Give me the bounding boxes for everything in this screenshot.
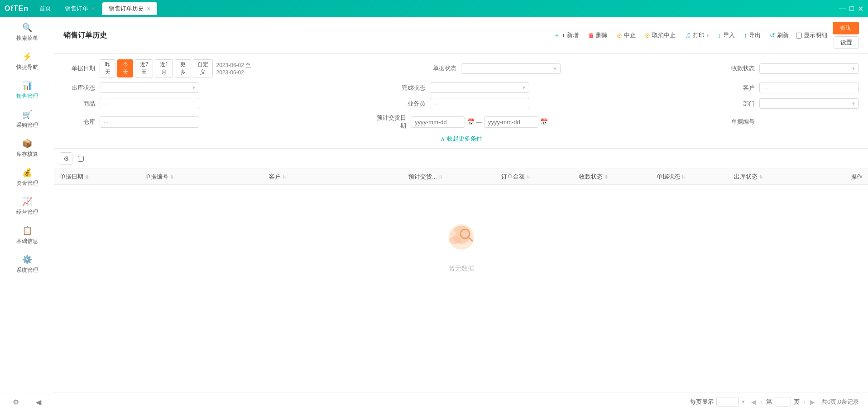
page-next-btn[interactable]: › (802, 398, 806, 406)
sidebar-item-inventory-check[interactable]: 📦 库存核算 (0, 133, 54, 162)
sidebar-item-fund-mgmt[interactable]: 💰 资金管理 (0, 162, 54, 191)
refresh-button[interactable]: ↺ 刷新 (768, 30, 791, 40)
pay-status-select[interactable] (759, 63, 859, 74)
new-button[interactable]: ＋ + 新增 (552, 30, 580, 40)
basic-info-icon: 📋 (22, 226, 32, 236)
sidebar-settings-icon[interactable]: ⚙ (13, 398, 19, 406)
new-label: + 新增 (562, 31, 579, 39)
date-btn-more[interactable]: 更多 (175, 59, 191, 77)
calendar-icon-to[interactable]: 📅 (540, 118, 548, 126)
data-table: 单据日期 单据编号 客户 (54, 169, 868, 185)
tab-sales-order-history-close[interactable]: ✕ (147, 6, 151, 12)
tab-home[interactable]: 首页 (33, 2, 58, 15)
show-details-input[interactable] (796, 33, 802, 39)
col-header-delivery[interactable]: 预计交货... (403, 169, 496, 185)
tab-sales-order[interactable]: 销售订单 ✕ (58, 2, 101, 15)
show-details-checkbox[interactable]: 显示明细 (796, 31, 827, 39)
delete-button[interactable]: 🗑 删除 (586, 30, 609, 40)
date-btn-yesterday[interactable]: 昨天 (100, 59, 115, 77)
col-header-order-status[interactable]: 单据状态 (651, 169, 729, 185)
product-input[interactable]: ··· (100, 98, 199, 109)
date-btn-today[interactable]: 今天 (117, 59, 133, 77)
page-nav: ◀ ‹ 第 1 页 › ▶ (750, 397, 816, 406)
col-date-sort[interactable] (85, 173, 89, 180)
tab-sales-order-history[interactable]: 销售订单历史 ✕ (102, 2, 157, 15)
sidebar-item-system-mgmt[interactable]: ⚙️ 系统管理 (0, 249, 54, 278)
svg-point-4 (449, 237, 461, 244)
page-last-btn[interactable]: ▶ (809, 398, 816, 406)
total-records: 共0页,0条记录 (821, 398, 859, 406)
sidebar: 🔍 搜索菜单 ⚡ 快捷导航 📊 销售管理 🛒 采购管理 📦 库存核算 💰 资金管… (0, 17, 54, 411)
pay-status-arrow (852, 66, 855, 72)
top-tabs: 首页 销售订单 ✕ 销售订单历史 ✕ (33, 2, 839, 15)
sidebar-item-sales-mgmt[interactable]: 📊 销售管理 (0, 75, 54, 104)
col-order-status-sort[interactable] (681, 173, 685, 180)
col-out-status-sort[interactable] (759, 173, 763, 180)
order-status-select[interactable] (461, 63, 561, 74)
delivery-date-to[interactable] (484, 116, 538, 128)
col-customer-sort[interactable] (283, 173, 286, 180)
col-amount-sort[interactable] (527, 173, 530, 180)
main-layout: 🔍 搜索菜单 ⚡ 快捷导航 📊 销售管理 🛒 采购管理 📦 库存核算 💰 资金管… (0, 17, 868, 411)
export-button[interactable]: ↑ 导出 (742, 30, 762, 40)
date-btn-custom[interactable]: 自定义 (193, 59, 213, 77)
sidebar-collapse-icon[interactable]: ◀ (36, 398, 41, 406)
customer-label: 客户 (723, 84, 759, 92)
cancel-stop-button[interactable]: ⊘ 取消中止 (643, 30, 677, 40)
complete-status-select[interactable] (430, 82, 529, 93)
customer-input[interactable]: ··· (759, 82, 859, 93)
print-button[interactable]: 🖨 打印 ▾ (683, 30, 711, 40)
col-header-out-status[interactable]: 出库状态 (729, 169, 806, 185)
sidebar-item-quick-nav[interactable]: ⚡ 快捷导航 (0, 46, 54, 75)
col-header-customer[interactable]: 客户 (264, 169, 403, 185)
collapse-link[interactable]: ∧ 收起更多条件 (441, 135, 482, 143)
cancel-stop-icon: ⊘ (645, 32, 650, 39)
sidebar-item-purchase-mgmt[interactable]: 🛒 采购管理 (0, 104, 54, 133)
col-header-num[interactable]: 单据编号 (139, 169, 264, 185)
window-close[interactable]: ✕ (858, 5, 863, 13)
system-mgmt-icon: ⚙️ (22, 255, 32, 265)
col-pay-status-sort[interactable] (604, 173, 608, 180)
salesperson-input[interactable]: ··· (430, 98, 529, 109)
per-page-input[interactable]: 50 (716, 397, 739, 406)
dept-select[interactable] (759, 98, 859, 109)
col-header-date[interactable]: 单据日期 (54, 169, 139, 185)
date-separator: — (476, 119, 482, 126)
stop-button[interactable]: ⊘ 中止 (615, 30, 638, 40)
col-header-amount[interactable]: 订单金额 (496, 169, 573, 185)
collapse-row: ∧ 收起更多条件 (63, 135, 859, 143)
date-btn-1month[interactable]: 近1月 (155, 59, 173, 77)
product-label: 商品 (63, 100, 100, 108)
import-button[interactable]: ↓ 导入 (716, 30, 737, 40)
pay-status-label: 收款状态 (723, 64, 759, 73)
per-page-arrow[interactable]: ▾ (742, 398, 745, 405)
tab-sales-order-close[interactable]: ✕ (91, 6, 95, 12)
col-num-sort[interactable] (170, 173, 174, 180)
page-first-btn[interactable]: ◀ (750, 398, 757, 406)
col-header-pay-status[interactable]: 收款状态 (574, 169, 651, 185)
show-details-text: 显示明细 (804, 31, 827, 39)
collapse-up-icon: ∧ (441, 135, 445, 142)
window-maximize[interactable]: □ (849, 5, 854, 13)
date-btns-group: 昨天 今天 近7天 近1月 更多 自定义 2023-06-02 至 2023-0… (100, 59, 262, 77)
query-button[interactable]: 查询 (833, 22, 859, 34)
delivery-date-label: 预计交货日期 (374, 114, 411, 130)
sidebar-item-basic-info[interactable]: 📋 基础信息 (0, 220, 54, 249)
import-icon: ↓ (718, 32, 721, 39)
col-delivery-sort[interactable] (439, 173, 442, 180)
date-btn-7days[interactable]: 近7天 (135, 59, 153, 77)
sidebar-item-operation-mgmt[interactable]: 📈 经营管理 (0, 191, 54, 220)
salesperson-label: 业务员 (393, 100, 430, 108)
stop-label: 中止 (624, 31, 636, 39)
page-prev-btn[interactable]: ‹ (760, 398, 764, 406)
out-status-select[interactable] (100, 82, 199, 93)
page-input[interactable]: 1 (775, 397, 791, 406)
select-all-checkbox[interactable] (78, 156, 84, 162)
calendar-icon-from[interactable]: 📅 (467, 118, 475, 126)
sidebar-item-search-menu[interactable]: 🔍 搜索菜单 (0, 17, 54, 46)
window-minimize[interactable]: — (839, 5, 846, 13)
settings-button[interactable]: 设置 (834, 36, 859, 49)
table-settings-gear[interactable]: ⚙ (60, 152, 72, 165)
warehouse-input[interactable]: ··· (100, 116, 199, 128)
delivery-date-from[interactable] (411, 116, 465, 128)
